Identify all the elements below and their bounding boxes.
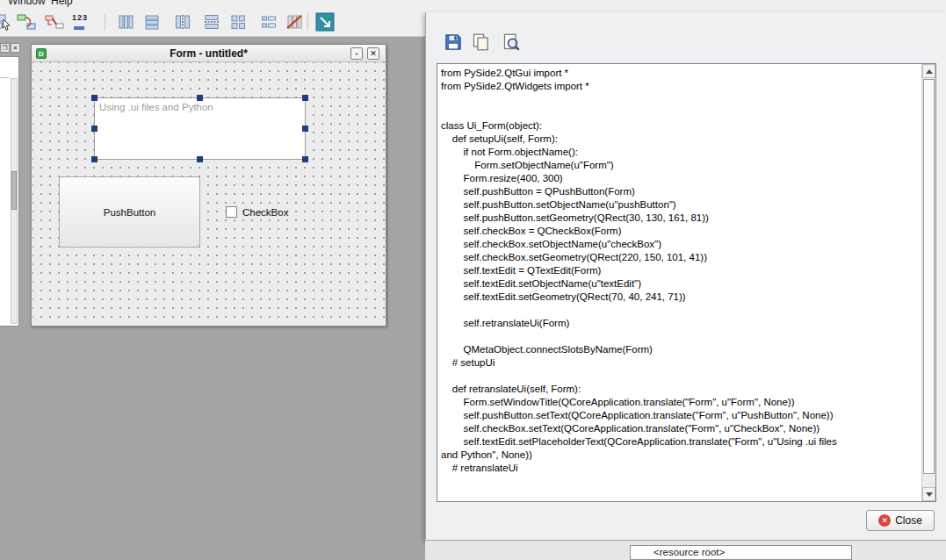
toolbar-separator [105, 13, 105, 31]
code-line: self.textEdit = QTextEdit(Form) [441, 264, 921, 277]
code-line: QMetaObject.connectSlotsByName(Form) [441, 343, 921, 356]
menu-help[interactable]: Help [51, 0, 73, 8]
code-line: self.textEdit.setObjectName(u"textEdit") [441, 277, 921, 291]
layout-grid-icon [229, 13, 247, 31]
code-preview-dialog: from PySide2.QtGui import *from PySide2.… [425, 12, 946, 541]
selection-handle[interactable] [197, 156, 203, 162]
break-layout-button[interactable] [284, 11, 305, 32]
form-close-button[interactable]: ✕ [367, 47, 379, 60]
selection-handle[interactable] [302, 126, 308, 132]
layout-horizontal-button[interactable] [115, 11, 136, 32]
resource-root-item[interactable]: <resource root> [630, 545, 852, 560]
code-line: self.checkBox = QCheckBox(Form) [441, 225, 921, 238]
dock-float-button[interactable]: ❐ [0, 43, 10, 53]
code-line: def setupUi(self, Form): [441, 133, 921, 146]
save-button[interactable] [443, 32, 464, 53]
form-designer-window: D Form - untitled* - ✕ Using .ui files a… [31, 44, 386, 327]
selection-handle[interactable] [91, 95, 97, 101]
dock-close-button[interactable]: ✕ [11, 43, 20, 53]
widget-box-filter-fragment[interactable] [0, 57, 9, 78]
code-line [441, 304, 921, 317]
copy-icon [472, 33, 489, 51]
form-canvas[interactable]: Using .ui files and Python PushButton Ch… [32, 62, 385, 325]
code-line [441, 370, 921, 383]
close-x-icon: ✕ [878, 514, 891, 527]
find-button[interactable] [501, 32, 522, 53]
layout-vertical-splitter-icon [203, 13, 220, 31]
edit-widgets-button[interactable] [0, 11, 13, 32]
textedit-placeholder: Using .ui files and Python [95, 98, 305, 116]
form-window-title: Form - untitled* [170, 45, 248, 62]
selection-handle[interactable] [302, 95, 308, 101]
tab-order-arrow [74, 26, 84, 30]
edit-widgets-icon [0, 12, 12, 32]
edit-tab-order-icon: 123 [71, 12, 90, 32]
code-line: self.textEdit.setPlaceholderText(QCoreAp… [441, 435, 921, 449]
layout-vertical-icon [143, 13, 161, 31]
code-scrollbar[interactable] [921, 64, 935, 501]
scroll-down-button[interactable] [922, 487, 935, 501]
layout-form-icon [260, 13, 278, 31]
code-line: class Ui_Form(object): [441, 119, 921, 133]
code-line [441, 93, 921, 106]
form-window-icon: D [36, 48, 47, 59]
code-line: def retranslateUi(self, Form): [441, 383, 921, 396]
qt-designer-screen: Window Help [0, 0, 946, 560]
adjust-size-button[interactable] [314, 11, 336, 32]
edit-signals-slots-icon [17, 12, 36, 32]
bottom-strip: <resource root> [425, 541, 946, 560]
code-view[interactable]: from PySide2.QtGui import *from PySide2.… [437, 63, 936, 502]
selection-handle[interactable] [302, 156, 308, 162]
close-button[interactable]: ✕ Close [866, 510, 935, 531]
code-line: Form.setObjectName(u"Form") [441, 159, 921, 172]
break-layout-icon [285, 13, 303, 31]
selection-handle[interactable] [91, 156, 97, 162]
code-line: self.pushButton.setText(QCoreApplication… [441, 409, 921, 422]
code-line: self.pushButton = QPushButton(Form) [441, 185, 921, 198]
layout-grid-button[interactable] [227, 11, 249, 32]
widget-box-scrollbar[interactable] [11, 78, 18, 324]
selection-handle[interactable] [197, 95, 203, 101]
adjust-size-icon [314, 11, 336, 32]
widget-box-panel [0, 56, 19, 327]
save-icon [444, 33, 462, 51]
textedit-widget[interactable]: Using .ui files and Python [94, 97, 306, 160]
code-line: # setupUi [441, 356, 921, 370]
code-line [441, 330, 921, 343]
pushbutton-widget[interactable]: PushButton [59, 176, 200, 248]
widget-box-scrollbar-thumb[interactable] [11, 171, 17, 210]
close-button-label: Close [895, 514, 922, 527]
form-window-titlebar[interactable]: D Form - untitled* - ✕ [32, 45, 386, 62]
layout-form-button[interactable] [258, 11, 279, 32]
menu-window[interactable]: Window [8, 0, 46, 8]
edit-buddies-icon [45, 12, 64, 32]
tab-order-digits: 123 [72, 13, 88, 22]
form-minimize-button[interactable]: - [350, 47, 363, 60]
code-line: self.textEdit.setGeometry(QRect(70, 40, … [441, 291, 921, 304]
code-scrollbar-thumb[interactable] [923, 79, 935, 474]
edit-tab-order-button[interactable]: 123 [70, 11, 91, 32]
layout-horizontal-splitter-button[interactable] [172, 11, 193, 32]
code-line: # retranslateUi [441, 462, 921, 475]
code-line: Form.setWindowTitle(QCoreApplication.tra… [441, 396, 921, 409]
selection-handle[interactable] [91, 126, 97, 132]
layout-vertical-splitter-button[interactable] [201, 11, 222, 32]
checkbox-widget[interactable]: CheckBox [226, 194, 314, 230]
scroll-down-arrow-icon [926, 492, 933, 497]
scroll-up-button[interactable] [922, 64, 935, 78]
scroll-up-arrow-icon [926, 69, 933, 74]
edit-buddies-button[interactable] [44, 11, 65, 32]
code-line: if not Form.objectName(): [441, 146, 921, 159]
toolbar-separator [307, 13, 308, 31]
checkbox-indicator[interactable] [226, 206, 237, 218]
code-line: self.checkBox.setGeometry(QRect(220, 150… [441, 251, 921, 264]
code-line: from PySide2.QtGui import * [441, 67, 921, 80]
edit-signals-slots-button[interactable] [16, 11, 37, 32]
generated-python-code: from PySide2.QtGui import *from PySide2.… [437, 64, 921, 501]
code-line: and Python", None)) [441, 449, 921, 462]
code-line: from PySide2.QtWidgets import * [441, 80, 921, 93]
code-line: Form.resize(400, 300) [441, 172, 921, 185]
code-line: self.checkBox.setObjectName(u"checkBox") [441, 238, 921, 251]
layout-vertical-button[interactable] [141, 11, 162, 32]
copy-button[interactable] [470, 32, 491, 53]
